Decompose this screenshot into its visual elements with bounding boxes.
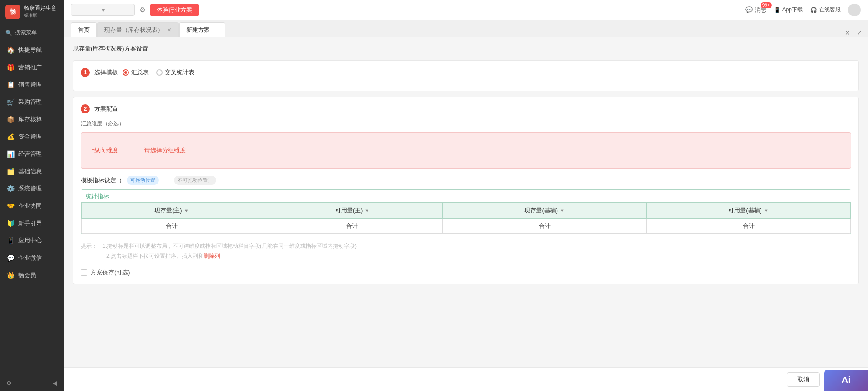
sidebar-item-newcomer[interactable]: 🔰 新手引导 bbox=[0, 215, 64, 232]
indicator-label-text: 模板指标设定（ bbox=[81, 176, 122, 185]
sidebar-item-wechat[interactable]: 💬 企业微信 bbox=[0, 249, 64, 267]
sidebar-item-label: 新手引导 bbox=[18, 219, 42, 227]
sidebar-item-basic-info[interactable]: 🗂️ 基础信息 bbox=[0, 163, 64, 180]
draggable-badge: 可拖动位置 bbox=[127, 176, 159, 185]
stats-label: 统计指标 bbox=[81, 190, 851, 202]
sidebar-item-sales[interactable]: 📋 销售管理 bbox=[0, 76, 64, 93]
col-header-1[interactable]: 现存量(主) ▼ bbox=[82, 203, 262, 219]
settings-icon[interactable]: ⚙ bbox=[6, 380, 12, 386]
template-summary-radio[interactable]: 汇总表 bbox=[123, 68, 149, 77]
col-header-3[interactable]: 现存量(基辅) ▼ bbox=[443, 203, 647, 219]
save-checkbox[interactable] bbox=[81, 269, 87, 276]
tab-bar: 首页 现存量（库存状况表） ✕ 新建方案 ✕ ✕ ⤢ bbox=[64, 20, 868, 37]
sidebar-logo: 畅 畅康通好生意 标准版 bbox=[0, 0, 64, 24]
service-label: 在线客服 bbox=[819, 6, 841, 14]
table-row: 合计 合计 合计 合计 bbox=[82, 219, 851, 234]
sidebar-item-operations[interactable]: 📊 经营管理 bbox=[0, 145, 64, 163]
sidebar-item-purchase[interactable]: 🛒 采购管理 bbox=[0, 93, 64, 111]
col-4-chevron: ▼ bbox=[764, 208, 769, 213]
cell-2: 合计 bbox=[262, 219, 443, 234]
stats-table: 现存量(主) ▼ 可用量(主) ▼ bbox=[81, 202, 851, 234]
main-area: ▼ ⚙ 体验行业方案 💬 消息 99+ 📱 App下载 🎧 在线客服 首页 bbox=[64, 0, 868, 391]
purchase-icon: 🛒 bbox=[6, 98, 15, 106]
collapse-icon[interactable]: ◀ bbox=[53, 380, 57, 386]
window-expand-icon[interactable]: ⤢ bbox=[855, 29, 863, 37]
tab-new-close[interactable]: ✕ bbox=[214, 27, 218, 33]
step2-label: 方案配置 bbox=[94, 105, 118, 113]
template-radio-group: 汇总表 交叉统计表 bbox=[123, 68, 194, 77]
window-close-icon[interactable]: ✕ bbox=[843, 29, 852, 37]
app-name: 畅康通好生意 bbox=[24, 5, 56, 12]
sidebar-item-label: 系统管理 bbox=[18, 185, 42, 193]
col-header-4[interactable]: 可用量(基辅) ▼ bbox=[647, 203, 851, 219]
gift-icon: 🎁 bbox=[6, 63, 15, 72]
cell-3: 合计 bbox=[443, 219, 647, 234]
dimension-area[interactable]: *纵向维度 —— 请选择分组维度 bbox=[81, 132, 851, 169]
sidebar-item-label: 库存核算 bbox=[18, 115, 42, 123]
tab-inventory-status[interactable]: 现存量（库存状况表） ✕ bbox=[97, 22, 179, 37]
template-cross-radio[interactable]: 交叉统计表 bbox=[156, 68, 194, 77]
sidebar-item-label: 企业协同 bbox=[18, 202, 42, 210]
cell-1: 合计 bbox=[82, 219, 262, 234]
step2-header: 2 方案配置 bbox=[81, 104, 851, 113]
tab-home[interactable]: 首页 bbox=[71, 22, 97, 37]
summary-radio-label: 汇总表 bbox=[131, 68, 149, 77]
tab-inventory-label: 现存量（库存状况表） bbox=[104, 26, 163, 34]
sidebar-item-label: 资金管理 bbox=[18, 133, 42, 141]
sidebar-item-system[interactable]: ⚙️ 系统管理 bbox=[0, 180, 64, 197]
header-settings-icon[interactable]: ⚙ bbox=[139, 5, 146, 14]
col-header-2[interactable]: 可用量(主) ▼ bbox=[262, 203, 443, 219]
message-button[interactable]: 💬 消息 99+ bbox=[745, 6, 766, 14]
sidebar-item-marketing[interactable]: 🎁 营销推广 bbox=[0, 59, 64, 76]
sidebar-item-member[interactable]: 👑 畅会员 bbox=[0, 267, 64, 284]
user-avatar[interactable] bbox=[848, 4, 861, 16]
tips-section: 提示： 1.拖动标题栏可以调整布局，不可跨维度或指标区域拖动栏目字段(只能在同一… bbox=[81, 242, 851, 261]
wechat-icon: 💬 bbox=[6, 254, 15, 262]
app-download-button[interactable]: 📱 App下载 bbox=[774, 6, 803, 14]
ai-widget[interactable]: Ai bbox=[824, 370, 868, 391]
tab-new-label: 新建方案 bbox=[186, 26, 210, 34]
header-chevron-icon: ▼ bbox=[101, 7, 106, 13]
bottom-bar: 取消 查询 bbox=[64, 367, 868, 391]
online-service-button[interactable]: 🎧 在线客服 bbox=[810, 6, 841, 14]
dimension-dash: —— bbox=[125, 147, 137, 154]
search-icon: 🔍 bbox=[5, 30, 12, 36]
page-title: 现存量(库存状况表)方案设置 bbox=[73, 45, 859, 53]
col-1-chevron: ▼ bbox=[184, 208, 189, 213]
sidebar-item-app-center[interactable]: 📱 应用中心 bbox=[0, 232, 64, 249]
app-edition: 标准版 bbox=[24, 12, 56, 19]
operations-icon: 📊 bbox=[6, 150, 15, 158]
summary-radio-dot bbox=[124, 71, 127, 74]
enterprise-icon: 🤝 bbox=[6, 202, 15, 210]
sidebar-item-inventory[interactable]: 📦 库存核算 bbox=[0, 111, 64, 128]
tip-2: 2.点击标题栏下拉可设置排序、插入列和删除列 bbox=[81, 252, 851, 262]
step1-section: 1 选择模板 汇总表 交叉统计表 bbox=[73, 60, 859, 91]
indicator-sep bbox=[163, 176, 169, 185]
header-right: 💬 消息 99+ 📱 App下载 🎧 在线客服 bbox=[745, 4, 861, 16]
system-icon: ⚙️ bbox=[6, 185, 15, 193]
tab-new-plan[interactable]: 新建方案 ✕ bbox=[179, 22, 225, 37]
message-icon: 💬 bbox=[745, 6, 753, 13]
sidebar-item-enterprise[interactable]: 🤝 企业协同 bbox=[0, 197, 64, 215]
sidebar-item-quick-nav[interactable]: 🏠 快捷导航 bbox=[0, 41, 64, 59]
dimension-required-mark: *纵向维度 bbox=[92, 146, 118, 154]
header-search-box[interactable]: ▼ bbox=[71, 4, 135, 16]
industry-plan-button[interactable]: 体验行业方案 bbox=[150, 4, 199, 16]
dimension-section-label: 汇总维度（必选） bbox=[81, 120, 851, 128]
content-area: 现存量(库存状况表)方案设置 1 选择模板 汇总表 交叉统计表 bbox=[64, 37, 868, 367]
search-menu[interactable]: 🔍 搜索菜单 bbox=[0, 24, 64, 41]
sidebar-bottom: ⚙ ◀ bbox=[0, 375, 64, 391]
tab-inventory-close[interactable]: ✕ bbox=[167, 27, 172, 33]
sidebar-item-finance[interactable]: 💰 资金管理 bbox=[0, 128, 64, 145]
stats-table-wrapper: 统计指标 现存量(主) ▼ bbox=[81, 189, 851, 234]
cancel-button[interactable]: 取消 bbox=[787, 372, 820, 387]
logo-text: 畅 bbox=[10, 8, 16, 16]
home-icon: 🏠 bbox=[6, 46, 15, 54]
app-logo-icon: 畅 bbox=[5, 5, 20, 19]
step1-header: 1 选择模板 汇总表 交叉统计表 bbox=[81, 68, 851, 77]
finance-icon: 💰 bbox=[6, 133, 15, 141]
save-checkbox-row: 方案保存(可选) bbox=[81, 268, 851, 277]
search-label: 搜索菜单 bbox=[15, 29, 37, 36]
sales-icon: 📋 bbox=[6, 81, 15, 89]
col-3-chevron: ▼ bbox=[560, 208, 565, 213]
